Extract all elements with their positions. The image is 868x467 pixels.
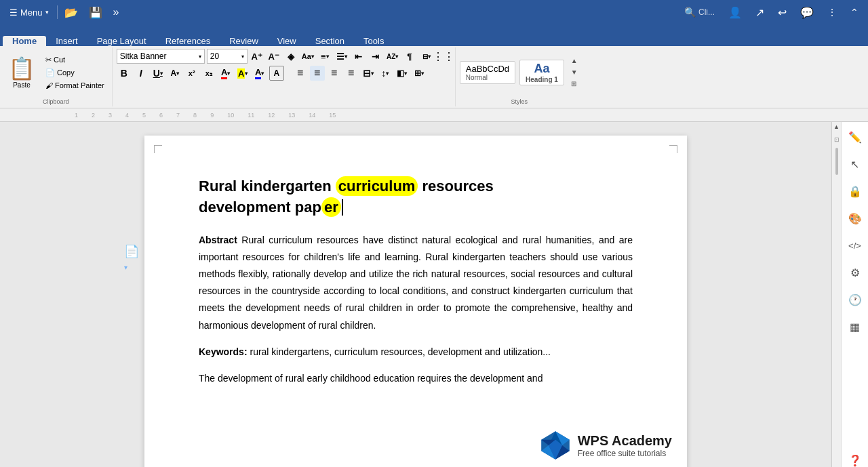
abstract-paragraph: Abstract Rural curriculum resources have… <box>199 232 633 334</box>
settings-panel-icon[interactable]: ⚙ <box>846 263 865 282</box>
abstract-text: Rural curriculum resources have distinct… <box>199 235 633 331</box>
font-name-arrow: ▾ <box>199 54 201 60</box>
decrease-indent-button[interactable]: ⇤ <box>351 49 366 64</box>
comment-icon[interactable]: 💬 <box>795 3 819 22</box>
keywords-paragraph: Keywords: rural kindergartens, curriculu… <box>199 344 633 361</box>
style-heading1[interactable]: Aa Heading 1 <box>519 60 564 85</box>
tab-tools[interactable]: Tools <box>354 36 393 46</box>
menu-label: Menu <box>20 7 43 18</box>
font-color-button[interactable]: A▾ <box>218 66 233 81</box>
history-panel-icon[interactable]: 🕐 <box>846 290 865 309</box>
style-heading-label: Heading 1 <box>526 76 558 83</box>
highlight-color-button[interactable]: A▾ <box>235 66 250 81</box>
layout-panel-icon[interactable]: ▦ <box>846 317 865 336</box>
text-effects-button[interactable]: A <box>269 66 284 81</box>
menu-arrow-icon: ▾ <box>45 9 49 16</box>
shading-button[interactable]: ◧▾ <box>395 66 410 81</box>
number-list-button[interactable]: ☰▾ <box>334 49 349 64</box>
help-panel-icon[interactable]: ❓ <box>846 451 865 467</box>
font-size-selector[interactable]: 20 ▾ <box>207 49 248 64</box>
clear-format-button[interactable]: ◈ <box>283 49 298 64</box>
subscript-button[interactable]: x₂ <box>201 66 216 81</box>
scroll-up-arrow[interactable]: ▲ <box>832 122 842 131</box>
cut-icon: ✂ <box>45 56 52 64</box>
save-icon[interactable]: 💾 <box>85 3 106 22</box>
vertical-scrollbar[interactable]: ▲ ⊡ ▼ <box>831 122 841 467</box>
more-menu-icon[interactable]: ⋮ <box>822 4 842 20</box>
line-spacing-button[interactable]: ↕▾ <box>378 66 393 81</box>
clipboard-label: Clipboard <box>43 98 69 105</box>
spacing-button[interactable]: ⋮⋮ <box>436 49 451 64</box>
paste-icon: 📋 <box>8 56 35 81</box>
styles-label: Styles <box>511 98 528 105</box>
bullet-list-button[interactable]: ≡▾ <box>317 49 332 64</box>
style-normal-label: Normal <box>466 74 509 81</box>
borders-button[interactable]: ⊞▾ <box>412 66 427 81</box>
align-left-button[interactable]: ≡ <box>293 66 308 81</box>
format-painter-icon: 🖌 <box>45 81 53 89</box>
cut-button[interactable]: ✂ Cut <box>42 54 108 66</box>
ruler: 12345 678910 1112131415 <box>0 108 868 122</box>
code-panel-icon[interactable]: </> <box>846 236 865 255</box>
columns-button[interactable]: ⊟▾ <box>361 66 376 81</box>
strikethrough-button[interactable]: A▾ <box>167 66 182 81</box>
font-color2-button[interactable]: A▾ <box>252 66 267 81</box>
tab-home[interactable]: Home <box>3 36 46 46</box>
styles-scroll-arrow[interactable]: ▲ ▼ ⊞ <box>570 56 579 89</box>
scroll-top-indicator[interactable]: ⊡ <box>834 131 840 148</box>
document-page: 📄▾ Rural kindergarten curriculum resourc… <box>144 136 687 467</box>
superscript-button[interactable]: x² <box>184 66 199 81</box>
edit-panel-icon[interactable]: ✏️ <box>846 127 865 146</box>
hamburger-menu[interactable]: ☰ Menu ▾ <box>4 5 54 20</box>
change-case-button[interactable]: Aa▾ <box>300 49 315 64</box>
bold-button[interactable]: B <box>117 66 132 81</box>
italic-button[interactable]: I <box>134 66 149 81</box>
wps-academy-subtitle: Free office suite tutorials <box>578 449 672 458</box>
font-name-selector[interactable]: Sitka Banner ▾ <box>117 49 205 64</box>
highlighted-title-text: curriculum <box>336 176 418 196</box>
align-right-button[interactable]: ≡ <box>327 66 342 81</box>
increase-indent-button[interactable]: ⇥ <box>368 49 383 64</box>
style-normal[interactable]: AaBbCcDd Normal <box>460 61 515 84</box>
tab-section[interactable]: Section <box>306 36 354 46</box>
font-size-arrow: ▾ <box>241 54 244 60</box>
wps-academy-title: WPS Academy <box>578 433 672 449</box>
underline-button[interactable]: U▾ <box>151 66 165 81</box>
font-grow-button[interactable]: A⁺ <box>250 49 264 64</box>
tab-references[interactable]: References <box>156 36 220 46</box>
document-layout-icon[interactable]: 📄▾ <box>124 244 139 273</box>
abstract-label: Abstract <box>199 235 237 245</box>
minimize-icon[interactable]: ⌃ <box>845 4 864 20</box>
scroll-thumb[interactable] <box>835 148 838 175</box>
indent-options-button[interactable]: ⊟▾ <box>419 49 434 64</box>
last-paragraph: The development of rural early childhood… <box>199 370 633 387</box>
tab-insert[interactable]: Insert <box>46 36 87 46</box>
copy-button[interactable]: 📄 Copy <box>42 67 108 79</box>
style-heading-text: Aa <box>534 62 549 76</box>
font-shrink-button[interactable]: A⁻ <box>267 49 281 64</box>
search-icon[interactable]: 🔍 Cli... <box>679 4 720 20</box>
sort-button[interactable]: AZ▾ <box>385 49 400 64</box>
justify-button[interactable]: ≡ <box>344 66 359 81</box>
account-icon[interactable]: 👤 <box>723 3 747 22</box>
cursor-panel-icon[interactable]: ↖ <box>846 155 865 174</box>
document-canvas: 📄▾ Rural kindergarten curriculum resourc… <box>0 122 831 467</box>
text-cursor <box>342 199 343 216</box>
tab-page-layout[interactable]: Page Layout <box>87 36 156 46</box>
lock-panel-icon[interactable]: 🔒 <box>846 182 865 201</box>
share-icon[interactable]: ↗ <box>750 3 770 22</box>
keywords-text: rural kindergartens, curriculum resource… <box>248 346 551 357</box>
align-center-button[interactable]: ≡ <box>310 66 325 81</box>
format-painter-button[interactable]: 🖌 Format Painter <box>42 80 108 91</box>
open-file-icon[interactable]: 📂 <box>60 3 82 22</box>
copy-icon: 📄 <box>45 68 55 77</box>
smart-art-panel-icon[interactable]: 🎨 <box>846 209 865 228</box>
undo-redo-icon[interactable]: ↩ <box>772 3 792 22</box>
show-marks-button[interactable]: ¶ <box>402 49 417 64</box>
tab-review[interactable]: Review <box>220 36 268 46</box>
tab-view[interactable]: View <box>268 36 306 46</box>
paste-button[interactable]: 📋 Paste <box>4 54 39 91</box>
more-actions-icon[interactable]: » <box>109 3 123 21</box>
highlighted-title-text2: er <box>321 197 341 217</box>
wps-logo-icon <box>538 428 572 462</box>
